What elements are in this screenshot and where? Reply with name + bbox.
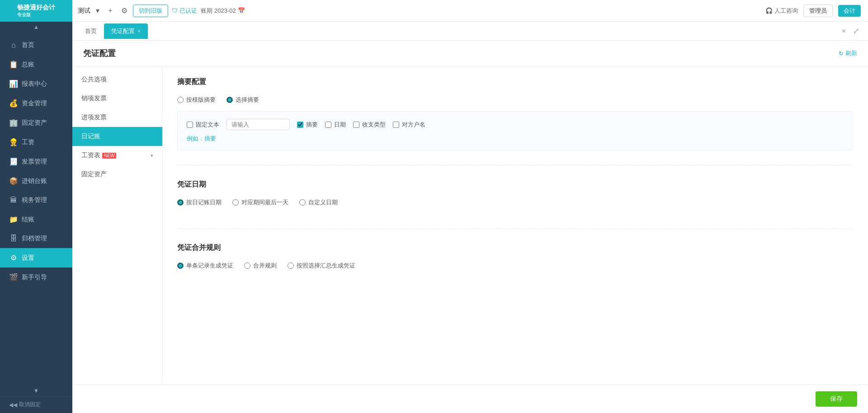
left-nav-label-diary: 日记账 — [81, 132, 100, 140]
tab-close-btn[interactable]: × — [137, 28, 141, 34]
sidebar-item-reports[interactable]: 📊 报表中心 — [0, 74, 72, 94]
summary-checkbox-label[interactable]: 摘要 — [297, 121, 318, 129]
add-btn[interactable]: ＋ — [105, 4, 116, 17]
left-nav-item-input-invoice[interactable]: 进项发票 — [72, 108, 162, 127]
date-section: 凭证日期 按日记账日期 对应期间最后一天 — [177, 180, 854, 229]
left-nav-item-payroll[interactable]: 工资表 NEW ▾ — [72, 146, 162, 165]
sidebar-scroll-down[interactable]: ▼ — [0, 385, 72, 396]
save-btn[interactable]: 保存 — [816, 391, 857, 407]
sidebar-item-sales[interactable]: 📦 进销台账 — [0, 171, 72, 191]
date-radio-diary-label: 按日记账日期 — [186, 198, 222, 206]
sidebar-item-ledger[interactable]: 📋 总账 — [0, 55, 72, 74]
fixed-text-input[interactable] — [226, 119, 290, 130]
sidebar-item-funds[interactable]: 💰 资金管理 — [0, 94, 72, 113]
summary-radio-template-input[interactable] — [177, 97, 184, 103]
close-window-btn[interactable]: × — [840, 25, 848, 37]
refresh-label: 刷新 — [845, 49, 857, 57]
date-radio-period-last-input[interactable] — [232, 199, 239, 206]
topbar: 畅捷通好会计 专业版 测试 ▾ ＋ ⚙ 切到旧版 🛡 已认证 账期 2023-0… — [0, 0, 868, 22]
ledger-icon: 📋 — [9, 60, 18, 69]
merge-radio-summary-input[interactable] — [288, 263, 294, 269]
sidebar-item-guide[interactable]: 🎬 新手引导 — [0, 268, 72, 287]
refresh-btn[interactable]: ↻ 刷新 — [839, 49, 857, 57]
left-nav-item-public[interactable]: 公共选项 — [72, 70, 162, 89]
date-radio-group: 按日记账日期 对应期间最后一天 自定义日期 — [177, 198, 854, 206]
merge-radio-rule-label: 合并规则 — [253, 262, 277, 270]
switch-version-btn[interactable]: 切到旧版 — [133, 5, 168, 17]
sidebar-item-payroll[interactable]: 👷 工资 — [0, 132, 72, 152]
sidebar-item-assets[interactable]: 🏢 固定资产 — [0, 113, 72, 132]
tab-voucher-config-label: 凭证配置 — [111, 27, 135, 35]
tax-icon: 🏛 — [9, 196, 18, 204]
sidebar-item-invoice[interactable]: 🧾 发票管理 — [0, 152, 72, 171]
income-type-checkbox-label[interactable]: 收支类型 — [353, 121, 386, 129]
sidebar-item-archive[interactable]: 🗄 归档管理 — [0, 229, 72, 248]
date-label: 日期 — [334, 121, 346, 129]
user-btn[interactable]: 管理员 — [803, 5, 833, 17]
project-dropdown-btn[interactable]: ▾ — [94, 5, 101, 17]
date-radio-custom[interactable]: 自定义日期 — [299, 198, 338, 206]
date-radio-period-last[interactable]: 对应期间最后一天 — [232, 198, 288, 206]
project-name: 测试 — [78, 7, 90, 15]
summary-radio-select-input[interactable] — [226, 97, 233, 103]
assets-icon: 🏢 — [9, 118, 18, 127]
merge-radio-rule-input[interactable] — [244, 263, 250, 269]
chevron-icon: ▾ — [151, 153, 153, 159]
fixed-text-checkbox[interactable] — [187, 122, 193, 128]
left-nav-item-output-invoice[interactable]: 销项发票 — [72, 89, 162, 108]
date-checkbox[interactable] — [325, 122, 331, 128]
sidebar-collapse-btn[interactable]: ◀◀ 取消固定 — [0, 396, 72, 413]
income-type-checkbox[interactable] — [353, 122, 359, 128]
summary-radio-template[interactable]: 按模版摘要 — [177, 96, 216, 104]
logo: 畅捷通好会计 专业版 — [0, 0, 72, 22]
left-nav-item-fixed-assets[interactable]: 固定资产 — [72, 165, 162, 184]
summary-section: 摘要配置 按模版摘要 选择摘要 — [177, 77, 854, 165]
merge-radio-single[interactable]: 单条记录生成凭证 — [177, 262, 233, 270]
merge-radio-rule[interactable]: 合并规则 — [244, 262, 277, 270]
left-nav-label-output-invoice: 销项发票 — [81, 94, 107, 102]
refresh-icon: ↻ — [839, 50, 844, 57]
summary-checkbox[interactable] — [297, 122, 303, 128]
date-radio-custom-input[interactable] — [299, 199, 306, 206]
settings-btn[interactable]: ⚙ — [119, 5, 129, 17]
sidebar-item-tax[interactable]: 🏛 税务管理 — [0, 191, 72, 210]
merge-section-title: 凭证合并规则 — [177, 243, 854, 253]
certified-badge: 🛡 已认证 — [172, 7, 197, 15]
left-nav-label-fixed-assets: 固定资产 — [81, 170, 107, 178]
sidebar-item-label-archive: 归档管理 — [22, 235, 47, 243]
period-label: 账期 — [201, 7, 212, 15]
sidebar-item-label-assets: 固定资产 — [22, 119, 47, 127]
topbar-center: 测试 ▾ ＋ ⚙ 切到旧版 🛡 已认证 账期 2023-02 📅 — [78, 4, 760, 17]
headset-icon: 🎧 — [765, 7, 773, 14]
sidebar-item-closing[interactable]: 📁 结账 — [0, 210, 72, 229]
content-area: 首页 凭证配置 × × ⤢ 凭证配置 ↻ 刷新 — [72, 22, 868, 413]
tab-home-label: 首页 — [85, 28, 97, 34]
summary-radio-select[interactable]: 选择摘要 — [226, 96, 259, 104]
merge-radio-summary-label: 按照选择汇总生成凭证 — [297, 262, 355, 270]
merge-radio-single-input[interactable] — [177, 263, 184, 269]
settings-icon: ⚙ — [9, 253, 18, 262]
counterpart-checkbox[interactable] — [393, 122, 399, 128]
summary-label: 摘要 — [306, 121, 318, 129]
sidebar-scroll-up[interactable]: ▲ — [0, 22, 72, 32]
left-nav-item-diary[interactable]: 日记账 — [72, 127, 162, 146]
service-btn[interactable]: 🎧 人工咨询 — [765, 7, 798, 15]
date-radio-diary-input[interactable] — [177, 199, 184, 206]
tab-voucher-config[interactable]: 凭证配置 × — [104, 23, 148, 39]
sidebar-nav: ⌂ 首页 📋 总账 📊 报表中心 💰 资金管理 🏢 固定资产 👷 工资 — [0, 32, 72, 385]
date-checkbox-label[interactable]: 日期 — [325, 121, 346, 129]
sidebar-item-label-reports: 报表中心 — [22, 80, 47, 88]
home-icon: ⌂ — [9, 41, 18, 49]
merge-radio-summary[interactable]: 按照选择汇总生成凭证 — [288, 262, 355, 270]
counterpart-checkbox-label[interactable]: 对方户名 — [393, 121, 425, 129]
sidebar-item-settings[interactable]: ⚙ 设置 — [0, 248, 72, 268]
certified-text: 已认证 — [179, 7, 197, 15]
sidebar-item-home[interactable]: ⌂ 首页 — [0, 36, 72, 55]
left-nav-label-public: 公共选项 — [81, 75, 107, 83]
date-radio-diary[interactable]: 按日记账日期 — [177, 198, 222, 206]
summary-options-row: 固定文本 摘要 日期 — [187, 119, 844, 130]
expand-window-btn[interactable]: ⤢ — [851, 25, 861, 37]
fixed-text-checkbox-label[interactable]: 固定文本 — [187, 121, 219, 129]
tab-home[interactable]: 首页 — [80, 23, 102, 39]
role-btn[interactable]: 会计 — [838, 5, 861, 17]
